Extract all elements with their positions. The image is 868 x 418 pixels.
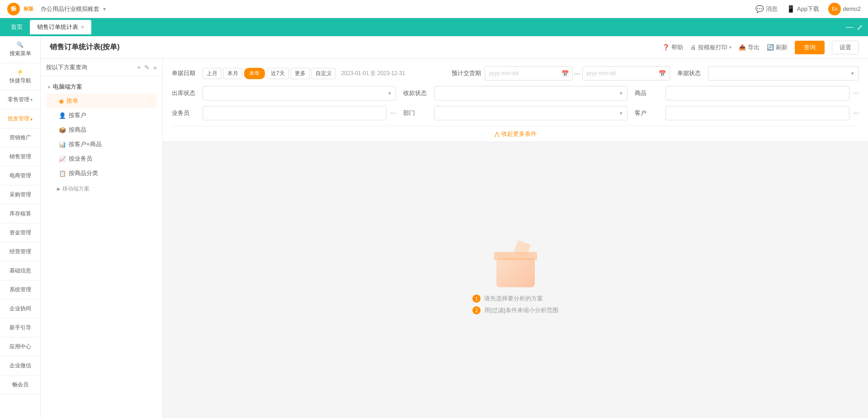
out-status-filter: 出库状态 ▾: [172, 86, 396, 100]
message-action[interactable]: 💬 消息: [755, 5, 778, 13]
print-action[interactable]: 🖨 按模板打印 ▾: [690, 43, 731, 52]
top-bar: 畅 标版 办公用品行业模拟账套 ▾ 💬 消息 📱 App下载 Ea demo2: [0, 0, 868, 18]
customer-filter: 客户 ···: [635, 106, 859, 120]
date-btn-7days[interactable]: 近7天: [267, 68, 289, 79]
sales-more-btn[interactable]: ···: [390, 109, 396, 117]
desktop-group-arrow: ▾: [48, 85, 50, 90]
date-btn-this-year[interactable]: 本年: [244, 68, 265, 79]
date-range-display: 2023-01-01 至 2023-12-31: [341, 70, 405, 77]
left-panel-header: 按以下方案查询 + ✎ «: [41, 59, 162, 76]
empty-state: 1 请先选择要分析的方案 2 用[过滤]条件来缩小分析范围: [163, 142, 868, 418]
top-bar-left: 畅 标版 办公用品行业模拟账套 ▾: [7, 3, 106, 15]
tab-maximize-btn[interactable]: ⤢: [857, 23, 863, 32]
sales-input[interactable]: [203, 106, 387, 120]
scheme-item-by-salesperson[interactable]: 📈 按业务员: [46, 152, 157, 166]
sidebar-item-operations[interactable]: 经营管理: [0, 242, 40, 261]
sidebar-item-search[interactable]: 🔍 搜索菜单: [0, 36, 40, 63]
goods-label: 商品: [635, 89, 662, 97]
out-status-select[interactable]: ▾: [203, 86, 396, 100]
sidebar-item-system[interactable]: 系统管理: [0, 280, 40, 299]
pay-status-select[interactable]: ▾: [434, 86, 627, 100]
sidebar-item-inventory[interactable]: 库存核算: [0, 204, 40, 223]
sidebar-item-ecommerce[interactable]: 电商管理: [0, 166, 40, 185]
settings-button[interactable]: 设置: [832, 41, 859, 54]
goods-more-btn[interactable]: ···: [853, 89, 859, 97]
by-cust-goods-icon: 📊: [59, 141, 66, 148]
expected-date-end[interactable]: yyyy-mm-dd 📅: [582, 66, 670, 81]
export-action[interactable]: 📤 导出: [739, 43, 760, 52]
refresh-action[interactable]: 🔄 刷新: [767, 43, 788, 52]
tab-minimize-btn[interactable]: —: [846, 23, 853, 31]
scheme-item-by-order[interactable]: ◉ 按单: [46, 94, 157, 108]
message-icon: 💬: [755, 5, 764, 13]
dept-filter: 部门 ▾: [403, 106, 627, 120]
by-customer-icon: 👤: [59, 112, 66, 119]
hint-item-1: 1 请先选择要分析的方案: [472, 294, 558, 303]
add-scheme-btn[interactable]: +: [137, 64, 141, 71]
doc-status-arrow: ▾: [851, 71, 854, 76]
scheme-item-by-goods[interactable]: 📦 按商品: [46, 123, 157, 137]
sidebar-item-enterprise[interactable]: 企业协同: [0, 299, 40, 318]
sidebar-item-basic[interactable]: 基础信息: [0, 261, 40, 280]
dept-select[interactable]: ▾: [434, 106, 627, 120]
sidebar-item-apps[interactable]: 应用中心: [0, 337, 40, 356]
sidebar-item-marketing[interactable]: 营销推广: [0, 128, 40, 147]
tab-bar: 首页 销售订单统计表 × — ⤢: [0, 18, 868, 36]
left-panel: 按以下方案查询 + ✎ « ▾ 电脑端方案 ◉: [41, 59, 163, 418]
customer-input[interactable]: [665, 106, 849, 120]
calendar-end-icon: 📅: [659, 70, 666, 77]
doc-status-filter: 单据状态 ▾: [677, 66, 859, 81]
left-panel-title: 按以下方案查询: [46, 63, 87, 71]
page-title: 销售订单统计表(按单): [50, 43, 120, 52]
app-download-action[interactable]: 📱 App下载: [787, 5, 819, 13]
filter-content: 单据日期 上月 本月 本年 近7天 更多 自定义 2023-01-01 至 20…: [163, 59, 868, 142]
app-dropdown[interactable]: ▾: [103, 6, 106, 12]
tab-active[interactable]: 销售订单统计表 ×: [30, 20, 91, 34]
sidebar-item-sales[interactable]: 销售管理: [0, 147, 40, 166]
sidebar-item-wechat[interactable]: 企业微信: [0, 356, 40, 375]
customer-more-btn[interactable]: ···: [853, 109, 859, 117]
date-btn-more[interactable]: 更多: [291, 68, 310, 79]
filter-row-3: 业务员 ··· 部门 ▾ 客户: [172, 106, 859, 120]
sidebar-item-wholesale[interactable]: 批发管理 ▴: [0, 109, 40, 128]
tab-close-btn[interactable]: ×: [81, 24, 84, 30]
expected-date-start[interactable]: yyyy-mm-dd 📅: [485, 66, 572, 81]
mobile-scheme-header[interactable]: ▶ 移动端方案: [52, 182, 151, 195]
desktop-scheme-group: ▾ 电脑端方案 ◉ 按单 👤 按客户 📦: [46, 80, 157, 180]
hint-num-2: 2: [472, 306, 481, 314]
date-btn-this-month[interactable]: 本月: [223, 68, 242, 79]
date-btn-custom[interactable]: 自定义: [311, 68, 336, 79]
sidebar-item-newbie[interactable]: 新手引导: [0, 318, 40, 337]
sidebar-item-member[interactable]: 畅会员: [0, 375, 40, 394]
scheme-item-by-customer[interactable]: 👤 按客户: [46, 108, 157, 123]
desktop-scheme-header[interactable]: ▾ 电脑端方案: [46, 80, 157, 94]
doc-status-select[interactable]: ▾: [708, 66, 859, 81]
goods-input[interactable]: [665, 86, 849, 100]
main-content-area: 1 请先选择要分析的方案 2 用[过滤]条件来缩小分析范围: [163, 142, 868, 418]
sidebar-item-purchase[interactable]: 采购管理: [0, 185, 40, 204]
tab-home[interactable]: 首页: [4, 20, 30, 34]
collapse-panel-btn[interactable]: «: [153, 64, 157, 71]
sidebar-item-retail[interactable]: 零售管理 ▾: [0, 90, 40, 109]
scheme-item-by-category[interactable]: 📋 按商品分类: [46, 166, 157, 180]
date-btn-last-month[interactable]: 上月: [203, 68, 222, 79]
sales-label: 业务员: [172, 109, 199, 117]
scheme-item-by-customer-goods[interactable]: 📊 按客户+商品: [46, 137, 157, 152]
collapse-btn[interactable]: ⋀ 收起更多条件: [172, 126, 859, 142]
edit-scheme-btn[interactable]: ✎: [144, 64, 150, 71]
page-actions: ❓ 帮助 🖨 按模板打印 ▾ 📤 导出 🔄 刷新 查询 设置: [662, 41, 859, 54]
help-action[interactable]: ❓ 帮助: [662, 43, 683, 52]
sidebar-item-nav[interactable]: ⚡ 快捷导航: [0, 63, 40, 90]
sidebar-item-finance[interactable]: 资金管理: [0, 223, 40, 242]
sidebar: 🔍 搜索菜单 ⚡ 快捷导航 零售管理 ▾ 批发管理 ▴ 营销推广 销售管理 电商…: [0, 36, 41, 418]
print-dropdown[interactable]: ▾: [729, 45, 731, 50]
dept-label: 部门: [403, 109, 430, 117]
expected-date-filter: 预计交货期 yyyy-mm-dd 📅 — yyyy-mm-dd 📅: [452, 66, 670, 81]
pay-status-label: 收款状态: [403, 89, 430, 97]
scheme-section: ▾ 电脑端方案 ◉ 按单 👤 按客户 📦: [41, 76, 162, 201]
user-profile[interactable]: Ea demo2: [828, 3, 861, 15]
page-header: 销售订单统计表(按单) ❓ 帮助 🖨 按模板打印 ▾ 📤 导出 🔄 刷新: [41, 36, 868, 59]
query-button[interactable]: 查询: [795, 41, 825, 54]
search-icon: 🔍: [17, 42, 24, 48]
dept-arrow: ▾: [620, 110, 623, 116]
